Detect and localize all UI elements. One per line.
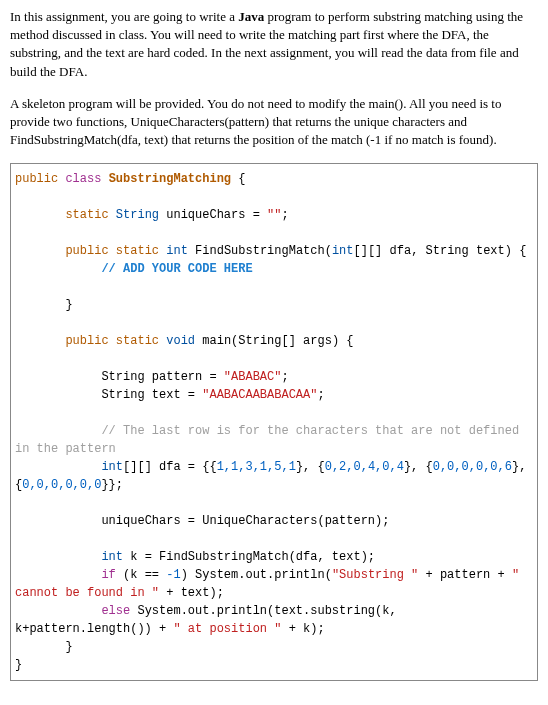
brace: } <box>65 298 72 312</box>
kw: else <box>101 604 130 618</box>
intro-text-2: A skeleton program will be provided. You… <box>10 96 501 147</box>
str: "ABABAC" <box>224 370 282 384</box>
type: int <box>166 244 188 258</box>
txt: String pattern = <box>101 370 223 384</box>
txt: main(String[] args) { <box>195 334 353 348</box>
str: "AABACAABABACAA" <box>202 388 317 402</box>
str: "" <box>267 208 281 222</box>
txt: + pattern + <box>418 568 512 582</box>
num: -1 <box>166 568 180 582</box>
todo-comment: // ADD YOUR CODE HERE <box>101 262 252 276</box>
txt: }, { <box>296 460 325 474</box>
type: int <box>332 244 354 258</box>
intro-text: In this assignment, you are going to wri… <box>10 9 238 24</box>
code-block: public class SubstringMatching { static … <box>10 163 538 681</box>
nums: 1,1,3,1,5,1 <box>217 460 296 474</box>
txt: uniqueChars = <box>159 208 267 222</box>
txt: uniqueChars = UniqueCharacters(pattern); <box>101 514 389 528</box>
nums: 0,0,0,0,0,0 <box>22 478 101 492</box>
nums: 0,0,0,0,0,6 <box>433 460 512 474</box>
brace: { <box>231 172 245 186</box>
brace: } <box>65 640 72 654</box>
txt: ; <box>282 208 289 222</box>
type: int <box>101 550 123 564</box>
kw: public <box>65 334 108 348</box>
comment: // The last row is for the characters th… <box>15 424 526 456</box>
str: "Substring " <box>332 568 418 582</box>
txt: [][] dfa, String text) { <box>354 244 527 258</box>
nums: 0,2,0,4,0,4 <box>325 460 404 474</box>
txt: + k); <box>281 622 324 636</box>
txt: + text); <box>159 586 224 600</box>
classname: SubstringMatching <box>109 172 231 186</box>
java-bold: Java <box>238 9 264 24</box>
kw: static <box>116 334 159 348</box>
txt: ; <box>317 388 324 402</box>
txt: ) System.out.println( <box>181 568 332 582</box>
kw: public <box>15 172 58 186</box>
kw: if <box>101 568 115 582</box>
type: String <box>116 208 159 222</box>
type: int <box>101 460 123 474</box>
txt: }, { <box>404 460 433 474</box>
txt: [][] dfa = {{ <box>123 460 217 474</box>
intro-paragraph-2: A skeleton program will be provided. You… <box>10 95 538 150</box>
txt: FindSubstringMatch( <box>188 244 332 258</box>
txt: }}; <box>101 478 123 492</box>
txt: String text = <box>101 388 202 402</box>
txt: k = FindSubstringMatch(dfa, text); <box>123 550 375 564</box>
txt: ; <box>281 370 288 384</box>
kw: static <box>65 208 108 222</box>
kw: public <box>65 244 108 258</box>
type: void <box>166 334 195 348</box>
intro-paragraph-1: In this assignment, you are going to wri… <box>10 8 538 81</box>
kw: static <box>116 244 159 258</box>
str: " at position " <box>173 622 281 636</box>
txt: (k == <box>116 568 166 582</box>
brace: } <box>15 658 22 672</box>
kw: class <box>65 172 101 186</box>
